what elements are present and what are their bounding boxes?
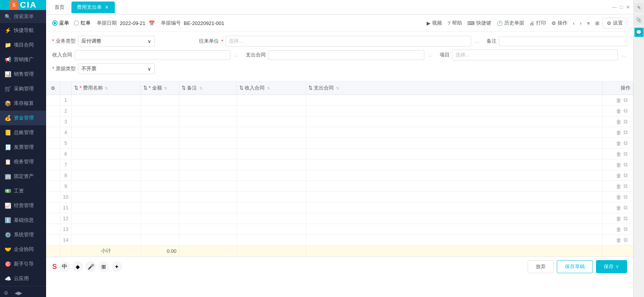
sidebar-item-ops-mgmt[interactable]: 📈经营管理 (0, 198, 46, 213)
row-amount-3[interactable] (141, 116, 179, 127)
business-type-select[interactable]: 应付调整 ∨ (78, 36, 155, 46)
invoice-type-select[interactable]: 不开票 ∨ (78, 63, 155, 74)
row-income-contract-2[interactable] (237, 106, 306, 116)
row-income-contract-9[interactable] (237, 181, 306, 192)
row-amount-6[interactable] (141, 149, 179, 159)
row-copy-12[interactable]: ⧉ (624, 215, 627, 222)
project-select[interactable]: 选择... (452, 50, 618, 60)
row-expense-contract-9[interactable] (306, 181, 603, 192)
diamond-icon[interactable]: ◆ (72, 261, 83, 272)
row-copy-13[interactable]: ⧉ (624, 226, 627, 232)
settings-icon[interactable]: ⚙ (4, 290, 8, 296)
sidebar-item-quick-nav[interactable]: ⚡快捷导航 (0, 23, 46, 38)
row-expense-contract-6[interactable] (306, 149, 603, 159)
row-delete-6[interactable]: 🗑 (616, 151, 621, 157)
row-expense-name-7[interactable] (71, 159, 141, 170)
row-income-contract-10[interactable] (237, 192, 306, 202)
print-btn[interactable]: 🖨 打印 (527, 18, 548, 28)
history-btn[interactable]: 🕐 历史单据 (494, 18, 526, 28)
video-btn[interactable]: ▶ 视频 (424, 18, 444, 28)
partner-more[interactable]: ... (473, 38, 480, 44)
row-delete-13[interactable]: 🗑 (616, 226, 621, 232)
settings-btn[interactable]: ⚙ 设置 (603, 18, 627, 28)
sidebar-item-project-contract[interactable]: 📁项目合同 (0, 38, 46, 52)
row-expense-contract-13[interactable] (306, 224, 603, 235)
row-note-3[interactable] (179, 116, 237, 127)
row-income-contract-12[interactable] (237, 213, 306, 224)
date-value[interactable]: 2022-09-21 (120, 20, 146, 26)
row-expense-name-14[interactable] (71, 235, 141, 246)
tab-expense[interactable]: 费用支出单 ✕ (71, 2, 115, 13)
right-edit-btn[interactable]: ✎ (634, 3, 644, 12)
row-delete-11[interactable]: 🗑 (616, 205, 621, 211)
th-expense-contract[interactable]: ⇅ 支出合同 ⇅ (306, 81, 603, 95)
row-income-contract-11[interactable] (237, 202, 306, 213)
th-note[interactable]: ⇅ 备注 ⇅ (179, 81, 237, 95)
sidebar-item-fixed-assets[interactable]: 🏢固定资产 (0, 169, 46, 184)
row-note-2[interactable] (179, 106, 237, 116)
sidebar-item-capital-mgmt[interactable]: 💰资金管理 (0, 111, 46, 125)
row-delete-9[interactable]: 🗑 (616, 183, 621, 189)
nav-prev-btn[interactable]: ‹ (571, 19, 577, 27)
row-note-13[interactable] (179, 224, 237, 235)
row-amount-8[interactable] (141, 170, 179, 181)
save-draft-button[interactable]: 保存草稿 (557, 260, 593, 273)
row-expense-name-9[interactable] (71, 181, 141, 192)
income-contract-more[interactable]: ... (233, 52, 240, 58)
row-expense-contract-8[interactable] (306, 170, 603, 181)
audio-icon[interactable]: ◀▶ (15, 290, 22, 296)
note-arrows[interactable]: ⇅ (199, 86, 202, 90)
row-income-contract-1[interactable] (237, 95, 306, 106)
sidebar-item-ledger-mgmt[interactable]: 📒总账管理 (0, 125, 46, 140)
row-delete-3[interactable]: 🗑 (616, 119, 621, 125)
row-delete-10[interactable]: 🗑 (616, 194, 621, 200)
row-expense-name-4[interactable] (71, 127, 141, 138)
row-expense-name-11[interactable] (71, 202, 141, 213)
row-note-12[interactable] (179, 213, 237, 224)
row-amount-10[interactable] (141, 192, 179, 202)
tab-home[interactable]: 首页 (49, 2, 70, 13)
sidebar-search[interactable]: 🔍 搜索菜单 (0, 10, 46, 23)
row-expense-name-13[interactable] (71, 224, 141, 235)
note-input[interactable] (499, 37, 627, 46)
row-expense-contract-14[interactable] (306, 235, 603, 246)
th-amount[interactable]: ⇅ * 金额 ⇅ (141, 81, 179, 95)
row-expense-contract-5[interactable] (306, 138, 603, 149)
th-expense-name[interactable]: ⇅ * 费用名称 ⇅ (71, 81, 141, 95)
row-expense-name-1[interactable] (71, 95, 141, 106)
row-amount-12[interactable] (141, 213, 179, 224)
sidebar-item-purchase-mgmt[interactable]: 🛒采购管理 (0, 81, 46, 96)
mic-icon[interactable]: 🎤 (85, 261, 96, 272)
row-expense-contract-10[interactable] (306, 192, 603, 202)
row-amount-9[interactable] (141, 181, 179, 192)
right-paperclip-btn[interactable]: 📎 (634, 15, 644, 25)
row-delete-8[interactable]: 🗑 (616, 173, 621, 179)
row-income-contract-7[interactable] (237, 159, 306, 170)
row-copy-10[interactable]: ⧉ (624, 194, 627, 200)
row-expense-name-10[interactable] (71, 192, 141, 202)
row-note-7[interactable] (179, 159, 237, 170)
row-note-8[interactable] (179, 170, 237, 181)
row-amount-7[interactable] (141, 159, 179, 170)
row-expense-contract-2[interactable] (306, 106, 603, 116)
row-income-contract-6[interactable] (237, 149, 306, 159)
sidebar-item-invoice-mgmt[interactable]: 🧾发票管理 (0, 140, 46, 154)
income-contract-input[interactable] (74, 50, 230, 60)
sidebar-item-base-info[interactable]: ℹ️基础信息 (0, 213, 46, 227)
row-expense-contract-11[interactable] (306, 202, 603, 213)
nav-next-btn[interactable]: › (578, 19, 584, 27)
calendar-icon[interactable]: 📅 (149, 20, 155, 26)
row-amount-2[interactable] (141, 106, 179, 116)
number-value[interactable]: BE-20220921-001 (184, 20, 225, 26)
row-copy-8[interactable]: ⧉ (624, 172, 627, 179)
row-delete-2[interactable]: 🗑 (616, 108, 621, 114)
row-amount-14[interactable] (141, 235, 179, 246)
th-income-contract[interactable]: ⇅ 收入合同 ⇅ (237, 81, 306, 95)
row-expense-name-6[interactable] (71, 149, 141, 159)
sidebar-item-tax-mgmt[interactable]: 📋税务管理 (0, 154, 46, 169)
row-note-4[interactable] (179, 127, 237, 138)
grid-view-btn[interactable]: ⊞ (593, 19, 602, 27)
row-note-11[interactable] (179, 202, 237, 213)
maximize-btn[interactable]: □ (620, 4, 623, 10)
row-expense-name-12[interactable] (71, 213, 141, 224)
